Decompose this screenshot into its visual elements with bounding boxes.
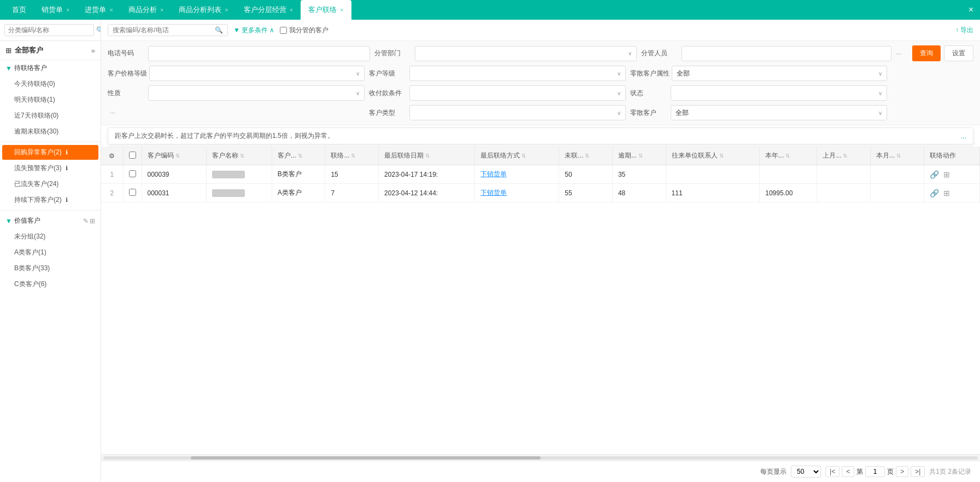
sidebar-item-repurchase-abnormal[interactable]: 回购异常客户(2) ℹ <box>2 145 98 160</box>
nav-purchase-close[interactable]: × <box>109 7 113 13</box>
edit-icon[interactable]: ✎ <box>83 217 89 225</box>
sidebar-item-already-lost[interactable]: 已流失客户(24) <box>2 177 98 191</box>
sort-icon-year: ⇅ <box>785 153 790 159</box>
row1-link-icon[interactable]: 🔗 <box>930 170 939 179</box>
filter-search-icon[interactable]: 🔍 <box>215 26 223 34</box>
row4-dots[interactable]: ··· <box>108 109 118 117</box>
retail-customer-select[interactable]: 全部 ∨ <box>671 105 887 120</box>
sort-overdue[interactable]: 逾期... ⇅ <box>618 151 660 160</box>
nav-analysis-close[interactable]: × <box>160 7 163 13</box>
status-select[interactable]: ∨ <box>671 85 887 101</box>
sort-not-contact[interactable]: 未联... ⇅ <box>565 151 607 160</box>
window-close-button[interactable]: × <box>969 5 973 15</box>
dept-select[interactable]: ∨ <box>415 46 637 61</box>
sidebar-item-a-class[interactable]: A类客户(1) <box>2 245 98 260</box>
nav-analysis-list[interactable]: 商品分析列表 × <box>171 0 236 20</box>
col-header-contact: 联络... ⇅ <box>325 147 379 165</box>
add-group-icon[interactable]: ⊞ <box>90 217 95 225</box>
sidebar: 🔍 ⊞ 全部客户 » ▼ 待联络客户 今天待联络(0) 明天待联络(1) 近7天… <box>0 20 101 482</box>
customer-level-select[interactable]: ∨ <box>409 66 626 81</box>
sidebar-item-continuous[interactable]: 持续下滑客户(2) ℹ <box>2 193 98 207</box>
filter-row-2: 客户价格等级 ∨ 客户等级 ∨ 零散客户属性 全部 <box>108 66 973 81</box>
sort-unit-contact[interactable]: 往来单位联系人 ⇅ <box>672 151 754 160</box>
filter-cell-nature: 性质 ∨ <box>108 85 365 101</box>
sort-this-year[interactable]: 本年... ⇅ <box>765 151 811 160</box>
row2-unit-contact: 111 <box>666 184 760 202</box>
row2-grid-icon[interactable]: ⊞ <box>943 189 950 198</box>
row2-overdue: 48 <box>612 184 666 202</box>
nav-customer-contact-close[interactable]: × <box>340 7 343 13</box>
col-header-not-contact: 未联... ⇅ <box>559 147 613 165</box>
row2-last-date: 2023-04-12 14:44: <box>379 184 475 202</box>
nav-customer-contact[interactable]: 客户联络 × <box>301 0 351 20</box>
nature-select[interactable]: ∨ <box>148 85 365 101</box>
sort-type[interactable]: 客户... ⇅ <box>278 151 320 160</box>
settings-icon[interactable]: ⚙ <box>109 152 115 160</box>
row2-link-icon[interactable]: 🔗 <box>930 189 939 198</box>
my-customers-checkbox[interactable] <box>280 27 287 34</box>
sort-icon-type: ⇅ <box>298 153 302 159</box>
nav-analysis[interactable]: 商品分析 × <box>121 0 171 20</box>
sort-last-date[interactable]: 最后联络日期 ⇅ <box>384 151 469 160</box>
row1-grid-icon[interactable]: ⊞ <box>943 170 950 179</box>
nav-purchase[interactable]: 进货单 × <box>77 0 120 20</box>
payment-select[interactable]: ∨ <box>409 85 626 101</box>
sidebar-item-today[interactable]: 今天待联络(0) <box>2 77 98 91</box>
sort-this-month[interactable]: 本月... ⇅ <box>876 151 918 160</box>
row1-last-method-link[interactable]: 下销货单 <box>480 170 507 178</box>
row2-checkbox[interactable] <box>129 189 136 196</box>
per-page-select[interactable]: 50 100 200 <box>791 466 821 478</box>
sidebar-item-overdue[interactable]: 逾期未联络(30) <box>2 124 98 139</box>
chevron-down-icon-nature: ∨ <box>356 90 360 96</box>
sidebar-item-b-class[interactable]: B类客户(33) <box>2 261 98 276</box>
sort-contact[interactable]: 联络... ⇅ <box>331 151 373 160</box>
select-all-checkbox[interactable] <box>129 152 136 159</box>
sidebar-item-lost-predicted[interactable]: 流失预警客户(3) ℹ <box>2 161 98 176</box>
first-page-button[interactable]: |< <box>825 466 840 477</box>
sidebar-item-tomorrow[interactable]: 明天待联络(1) <box>2 92 98 107</box>
price-level-select[interactable]: ∨ <box>149 66 365 81</box>
nav-analysis-list-close[interactable]: × <box>225 7 228 13</box>
table-row: 2 000031 A类客户 <box>101 184 980 202</box>
sidebar-item-c-class[interactable]: C类客户(6) <box>2 277 98 292</box>
nav-sales-close[interactable]: × <box>66 7 69 13</box>
sort-last-method[interactable]: 最后联络方式 ⇅ <box>480 151 553 160</box>
row1-check <box>123 165 142 184</box>
next-page-button[interactable]: > <box>896 466 908 477</box>
customer-type-select[interactable]: ∨ <box>409 105 626 120</box>
sidebar-all-customers-title[interactable]: ⊞ 全部客户 » <box>0 41 101 60</box>
row1-checkbox[interactable] <box>129 170 136 177</box>
retail-attr-select[interactable]: 全部 ∨ <box>672 66 887 81</box>
settings-button[interactable]: 设置 <box>944 45 973 61</box>
tooltip-dots[interactable]: ... <box>961 132 966 140</box>
sort-name[interactable]: 客户名称 ⇅ <box>212 151 266 160</box>
sidebar-search-input[interactable] <box>4 24 94 36</box>
nav-customer-segment-close[interactable]: × <box>290 7 293 13</box>
horizontal-scrollbar[interactable] <box>101 454 980 461</box>
person-dots[interactable]: ··· <box>894 50 903 57</box>
sidebar-valuable-group-title[interactable]: ▼ 价值客户 ✎ ⊞ <box>0 213 101 229</box>
prev-page-button[interactable]: < <box>842 466 854 477</box>
sidebar-item-week[interactable]: 近7天待联络(0) <box>2 108 98 123</box>
sidebar-collapse-icon[interactable]: » <box>91 47 95 55</box>
last-page-button[interactable]: >| <box>911 466 925 477</box>
sidebar-waiting-group[interactable]: ▼ 待联络客户 <box>0 60 101 76</box>
sidebar-search-icon[interactable]: 🔍 <box>96 26 101 34</box>
query-button[interactable]: 查询 <box>912 45 941 61</box>
col-header-name: 客户名称 ⇅ <box>206 147 272 165</box>
person-input[interactable] <box>682 46 891 61</box>
sort-last-month[interactable]: 上月... ⇅ <box>823 151 865 160</box>
scroll-thumb[interactable] <box>191 456 541 460</box>
nav-sales[interactable]: 销货单 × <box>34 0 77 20</box>
nav-customer-segment[interactable]: 客户分层经营 × <box>236 0 301 20</box>
phone-input[interactable] <box>148 46 370 61</box>
filter-search-input[interactable] <box>113 26 213 34</box>
page-input[interactable] <box>865 466 885 477</box>
more-conditions-button[interactable]: ▼ 更多条件 ∧ <box>233 26 274 35</box>
row2-last-method-link[interactable]: 下销货单 <box>480 189 507 196</box>
sidebar-item-unsorted[interactable]: 未分组(32) <box>2 229 98 244</box>
nav-home[interactable]: 首页 <box>4 0 34 20</box>
sort-code[interactable]: 客户编码 ⇅ <box>148 151 201 160</box>
export-button[interactable]: ↑ 导出 <box>955 26 973 35</box>
sort-icon-last-month: ⇅ <box>843 153 847 159</box>
